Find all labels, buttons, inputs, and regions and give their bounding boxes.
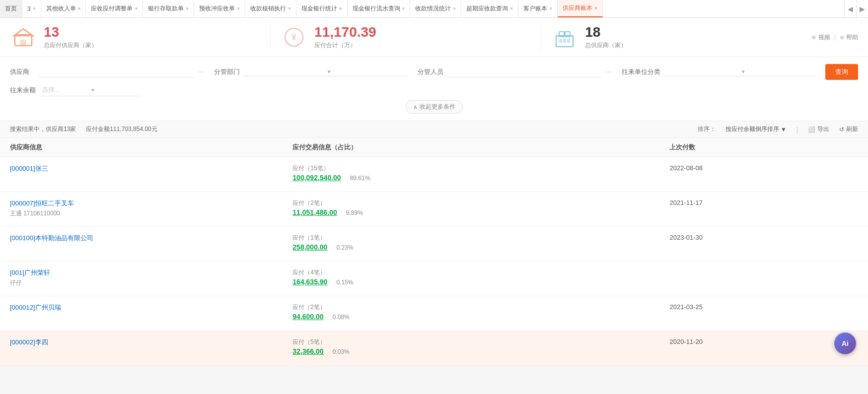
lastpay-date-row-2: 2021-11-17	[669, 199, 703, 206]
transaction-info-row-4: 应付（4笔） 164,635.90 0.15%	[292, 268, 669, 286]
refresh-button[interactable]: ↺ 刷新	[839, 125, 858, 133]
close-tab-prepay-offset[interactable]: ×	[237, 6, 240, 11]
close-tab-cash-bank-stat[interactable]: ×	[339, 6, 342, 11]
header-transaction: 应付交易信息（占比）	[292, 143, 669, 152]
dept-select[interactable]: ▼	[244, 67, 408, 76]
balance-select[interactable]: 选择... ▼	[40, 84, 139, 96]
summary-label-payable-amount: 应付合计（万）	[314, 41, 376, 50]
supplier-filter: 供应商 ···	[10, 66, 214, 77]
dept-label: 分管部门	[214, 67, 240, 76]
transaction-amount-row-1[interactable]: 100,092,540.00	[292, 174, 341, 182]
nav-tab-bank-deposit[interactable]: 银行存取款单×	[143, 0, 194, 17]
nav-tab-cash-bank-flow[interactable]: 现金银行流水查询×	[348, 0, 411, 17]
summary-icon-payable-amount: ¥	[281, 24, 307, 51]
transaction-row-row-6: 32,366.00 0.03%	[292, 346, 669, 355]
transaction-amount-row-6[interactable]: 32,366.00	[292, 347, 323, 355]
nav-tab-home[interactable]: 首页	[0, 0, 22, 17]
nav-tab-collection-exec[interactable]: 收款核销执行×	[245, 0, 296, 17]
filter-row-1: 供应商 ··· 分管部门 ▼ 分管人员 ··· 往来单位分类 ▼ 查询	[10, 64, 858, 80]
supplier-dots-btn[interactable]: ···	[197, 67, 204, 76]
supplier-link-row-6[interactable]: [000002]李四	[10, 338, 48, 346]
query-button[interactable]: 查询	[825, 64, 858, 80]
transaction-label-row-5: 应付（2笔）	[292, 303, 669, 312]
close-tab-ap-adjust[interactable]: ×	[135, 6, 138, 11]
main-content: 供应商信息 应付交易信息（占比） 上次付数 [000001]张三 应付（15笔）…	[0, 138, 868, 366]
supplier-link-row-5[interactable]: [000012]广州贝瑞	[10, 304, 61, 311]
supplier-link-row-4[interactable]: [001]广州荣轩	[10, 269, 50, 276]
result-summary: 搜索结果中，供应商13家	[10, 125, 76, 133]
nav-tab-prepay-offset[interactable]: 预收冲应收单×	[194, 0, 245, 17]
supplier-info-row-3: [000100]本特勤油品有限公司	[10, 234, 292, 243]
category-select[interactable]: ▼	[664, 67, 816, 76]
transaction-label-row-4: 应付（4笔）	[292, 268, 669, 277]
close-tab-collection-stat[interactable]: ×	[453, 6, 456, 11]
nav-tab-other-income[interactable]: 其他收入单×	[41, 0, 86, 17]
nav-tab-collection-stat[interactable]: 收款情况统计×	[410, 0, 461, 17]
nav-tab-ap-adjust[interactable]: 应收应付调整单×	[86, 0, 143, 17]
sort-select[interactable]: 按应付余额倒序排序 ▼	[725, 125, 787, 133]
nav-tab-tab3[interactable]: 3×	[22, 0, 41, 17]
transaction-row-row-1: 100,092,540.00 89.61%	[292, 173, 669, 182]
category-filter: 往来单位分类 ▼	[622, 67, 826, 76]
svg-rect-2	[20, 40, 26, 46]
supplier-info-row-5: [000012]广州贝瑞	[10, 303, 292, 312]
supplier-contact-row-4: 仔仔	[10, 279, 292, 287]
summary-icon-total-suppliers	[551, 24, 578, 51]
supplier-link-row-3[interactable]: [000100]本特勤油品有限公司	[10, 234, 93, 242]
close-tab-bank-deposit[interactable]: ×	[186, 6, 189, 11]
sort-arrow-icon: ▼	[781, 126, 787, 133]
supplier-info-row-2: [000007]恒旺二手叉车 王通 17106110000	[10, 199, 292, 218]
transaction-label-row-2: 应付（2笔）	[292, 199, 669, 207]
video-link[interactable]: ⊙ 视频	[811, 33, 830, 42]
top-navigation: 首页3×其他收入单×应收应付调整单×银行存取款单×预收冲应收单×收款核销执行×现…	[0, 0, 868, 18]
dept-arrow-icon: ▼	[327, 69, 406, 74]
transaction-amount-row-4[interactable]: 164,635.90	[292, 278, 327, 286]
supplier-link-row-1[interactable]: [000001]张三	[10, 165, 48, 172]
transaction-pct-row-6: 0.03%	[333, 348, 350, 355]
table-header: 供应商信息 应付交易信息（占比） 上次付数	[0, 138, 868, 157]
close-tab-collection-exec[interactable]: ×	[288, 6, 291, 11]
lastpay-date-row-1: 2022-08-08	[669, 164, 703, 172]
summary-text-payable-amount: 11,170.39 应付合计（万）	[314, 25, 376, 50]
transaction-amount-row-2[interactable]: 11,051,486.00	[292, 208, 337, 216]
transaction-label-row-6: 应付（5笔）	[292, 338, 669, 346]
collapse-button[interactable]: ∧ 收起更多条件	[406, 100, 463, 114]
close-tab-customer-account[interactable]: ×	[549, 6, 552, 11]
summary-item-payable-suppliers: 13 总应付供应商（家）	[10, 24, 271, 51]
ai-badge[interactable]: Ai	[834, 332, 856, 354]
balance-filter: 往来余额 选择... ▼	[10, 84, 149, 96]
close-tab-tab3[interactable]: ×	[33, 6, 36, 11]
supplier-link-row-2[interactable]: [000007]恒旺二手叉车	[10, 199, 74, 207]
filter-row-2: 往来余额 选择... ▼	[10, 84, 858, 96]
lastpay-date-row-6: 2020-11-20	[669, 338, 703, 345]
nav-arrow-left[interactable]: ◀	[844, 0, 856, 17]
close-tab-other-income[interactable]: ×	[78, 6, 81, 11]
nav-tab-overdue-query[interactable]: 超期应收款查询×	[461, 0, 518, 17]
close-tab-overdue-query[interactable]: ×	[510, 6, 513, 11]
summary-number-payable-amount: 11,170.39	[314, 25, 376, 40]
nav-tab-cash-bank-stat[interactable]: 现金银行统计×	[296, 0, 348, 17]
nav-tab-customer-account[interactable]: 客户账本×	[518, 0, 558, 17]
person-input[interactable]	[447, 66, 601, 77]
lastpay-row-6: 2020-11-20	[669, 338, 858, 345]
category-arrow-icon: ▼	[741, 69, 813, 74]
nav-arrow-right[interactable]: ▶	[856, 0, 868, 17]
close-tab-cash-bank-flow[interactable]: ×	[402, 6, 405, 11]
help-link[interactable]: ⊙ 帮助	[840, 33, 858, 42]
table-row: [000001]张三 应付（15笔） 100,092,540.00 89.61%…	[0, 157, 868, 192]
transaction-info-row-2: 应付（2笔） 11,051,486.00 9.89%	[292, 199, 669, 216]
transaction-row-row-5: 94,600.00 0.08%	[292, 312, 669, 321]
lastpay-date-row-5: 2021-03-25	[669, 303, 703, 311]
transaction-amount-row-3[interactable]: 258,000.00	[292, 243, 327, 251]
summary-text-payable-suppliers: 13 总应付供应商（家）	[44, 25, 97, 50]
transaction-amount-row-5[interactable]: 94,600.00	[292, 313, 323, 321]
supplier-input[interactable]	[39, 66, 193, 77]
nav-tab-supplier-account[interactable]: 供应商账本×	[558, 0, 603, 17]
close-tab-supplier-account[interactable]: ×	[594, 5, 597, 11]
summary-number-total-suppliers: 18	[585, 25, 627, 40]
result-bar: 搜索结果中，供应商13家 应付金额111,703,854.00元 排序： 按应付…	[0, 121, 868, 138]
summary-label-total-suppliers: 总供应商（家）	[585, 41, 627, 50]
table-rows: [000001]张三 应付（15笔） 100,092,540.00 89.61%…	[0, 157, 868, 366]
export-button[interactable]: ⬜ 导出	[808, 125, 829, 133]
person-dots-btn[interactable]: ···	[605, 67, 611, 76]
